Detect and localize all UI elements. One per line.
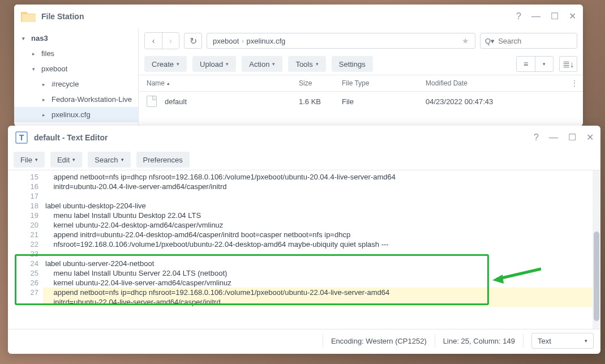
tools-button[interactable]: Tools▾ xyxy=(288,56,325,72)
col-type[interactable]: File Type xyxy=(342,79,426,87)
col-name[interactable]: Name▴ xyxy=(139,79,299,87)
syntax-mode-select[interactable]: Text▾ xyxy=(531,333,594,349)
tree-fedora[interactable]: ▸Fedora-Workstation-Live xyxy=(14,92,138,107)
minimize-icon[interactable]: — xyxy=(531,12,540,21)
status-bar: Encoding: Western (CP1252) Line: 25, Col… xyxy=(8,329,600,352)
tree-recycle[interactable]: ▸#recycle xyxy=(14,76,138,92)
search-icon: Q▾ xyxy=(485,37,495,45)
vertical-scrollbar[interactable] xyxy=(593,170,600,329)
fs-sidebar: ▾nas3 ▸files ▾pxeboot ▸#recycle ▸Fedora-… xyxy=(14,28,139,126)
create-button[interactable]: Create▾ xyxy=(144,56,187,72)
edit-menu[interactable]: Edit▾ xyxy=(50,152,82,168)
settings-button[interactable]: Settings xyxy=(332,56,373,72)
table-row[interactable]: default 1.6 KB File 04/23/2022 00:47:43 xyxy=(139,92,583,111)
upload-button[interactable]: Upload▾ xyxy=(192,56,236,72)
te-titlebar[interactable]: T default - Text Editor ? — ☐ ✕ xyxy=(8,126,600,149)
text-editor-window: T default - Text Editor ? — ☐ ✕ File▾ Ed… xyxy=(8,126,600,354)
nav-forward-button[interactable]: › xyxy=(162,33,179,49)
folder-icon xyxy=(21,10,37,23)
col-menu-icon[interactable]: ⋮ xyxy=(566,79,583,87)
code-content[interactable]: append netboot=nfs ip=dhcp nfsroot=192.1… xyxy=(43,170,600,329)
editor-area[interactable]: 15161718192021222324252627 append netboo… xyxy=(8,170,600,329)
col-size[interactable]: Size xyxy=(299,79,342,87)
breadcrumb[interactable]: pxeboot › pxelinux.cfg ★ xyxy=(207,33,475,49)
tree-pxeboot[interactable]: ▾pxeboot xyxy=(14,61,138,76)
minimize-icon[interactable]: — xyxy=(549,133,558,142)
help-icon[interactable]: ? xyxy=(516,12,521,21)
search-input[interactable] xyxy=(498,37,572,45)
text-editor-icon: T xyxy=(15,131,28,144)
crumb-1[interactable]: pxeboot xyxy=(213,37,239,45)
te-title: default - Text Editor xyxy=(34,133,534,142)
tree-files[interactable]: ▸files xyxy=(14,46,138,61)
crumb-2[interactable]: pxelinux.cfg xyxy=(247,37,286,45)
file-menu[interactable]: File▾ xyxy=(14,152,45,168)
nav-back-button[interactable]: ‹ xyxy=(145,33,162,49)
help-icon[interactable]: ? xyxy=(534,133,539,142)
svg-text:T: T xyxy=(19,133,24,142)
tree-pxelinux-cfg[interactable]: ▸pxelinux.cfg xyxy=(14,107,138,122)
close-icon[interactable]: ✕ xyxy=(569,12,576,21)
tree-root[interactable]: ▾nas3 xyxy=(14,31,138,46)
chevron-right-icon: › xyxy=(242,38,243,44)
col-date[interactable]: Modified Date xyxy=(426,79,566,87)
file-icon xyxy=(147,96,157,107)
search-box[interactable]: Q▾ xyxy=(480,33,577,49)
fs-titlebar[interactable]: File Station ? — ☐ ✕ xyxy=(14,5,583,28)
table-header: Name▴ Size File Type Modified Date ⋮ xyxy=(139,75,583,92)
sort-button[interactable]: ≣↓ xyxy=(559,56,577,72)
maximize-icon[interactable]: ☐ xyxy=(568,133,576,142)
te-menubar: File▾ Edit▾ Search▾ Preferences xyxy=(8,149,600,170)
star-icon[interactable]: ★ xyxy=(462,36,469,45)
list-view-button[interactable]: ≡ xyxy=(517,57,535,71)
refresh-button[interactable]: ↻ xyxy=(184,33,202,49)
encoding-status: Encoding: Western (CP1252) xyxy=(331,337,427,345)
action-button[interactable]: Action▾ xyxy=(242,56,282,72)
scrollbar-thumb[interactable] xyxy=(594,232,599,321)
cursor-position: Line: 25, Column: 149 xyxy=(443,337,515,345)
file-station-window: File Station ? — ☐ ✕ ▾nas3 ▸files ▾pxebo… xyxy=(14,5,583,126)
close-icon[interactable]: ✕ xyxy=(586,133,594,142)
fs-title: File Station xyxy=(41,12,516,21)
search-menu[interactable]: Search▾ xyxy=(88,152,130,168)
view-dropdown-button[interactable]: ▾ xyxy=(535,57,553,71)
line-gutter: 15161718192021222324252627 xyxy=(8,170,43,329)
maximize-icon[interactable]: ☐ xyxy=(551,12,559,21)
preferences-menu[interactable]: Preferences xyxy=(136,152,190,168)
